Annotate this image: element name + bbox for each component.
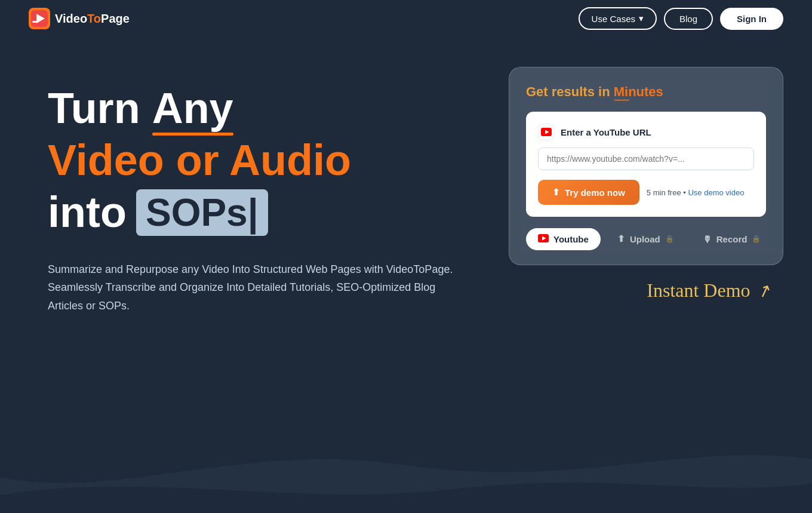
mic-icon: 🎙 (703, 234, 712, 244)
hero-sops: SOPs| (136, 189, 268, 236)
hero-line3: into SOPs| (48, 189, 454, 236)
svg-rect-3 (32, 21, 38, 23)
hero-any: Any (152, 85, 233, 132)
try-demo-button[interactable]: ⬆ Try demo now (538, 180, 639, 205)
upload-tab-icon: ⬆ (617, 234, 625, 244)
instant-demo-area: Instant Demo ↗ (509, 279, 783, 302)
source-tabs: Youtube ⬆ Upload 🔒 🎙 Record 🔒 (526, 228, 766, 250)
url-label: Enter a YouTube URL (538, 124, 754, 140)
url-section: Enter a YouTube URL ⬆ Try demo now 5 min… (526, 112, 766, 217)
nav-right: Use Cases ▾ Blog Sign In (579, 7, 783, 30)
logo: VideoToPage (29, 8, 130, 29)
hero-turn: Turn (48, 84, 140, 132)
conversion-card: Get results in Minutes Enter a YouTube U… (509, 67, 783, 265)
youtube-tab-icon (538, 234, 549, 244)
demo-arrow-icon: ↗ (755, 279, 774, 303)
use-demo-link[interactable]: Use demo video (688, 188, 744, 197)
wave-decoration (0, 406, 812, 513)
main-content: Turn Any Video or Audio into SOPs| Summa… (0, 37, 812, 315)
record-lock-icon: 🔒 (752, 235, 761, 243)
hero-left: Turn Any Video or Audio into SOPs| Summa… (48, 73, 454, 315)
logo-icon (29, 8, 50, 29)
youtube-icon (538, 124, 555, 140)
tab-upload[interactable]: ⬆ Upload 🔒 (605, 228, 686, 250)
hero-title: Turn Any Video or Audio into SOPs| (48, 85, 454, 236)
instant-demo-text: Instant Demo (647, 279, 750, 302)
hero-description: Summarize and Repurpose any Video Into S… (48, 260, 454, 315)
youtube-url-input[interactable] (538, 148, 754, 170)
upload-lock-icon: 🔒 (665, 235, 674, 243)
try-row: ⬆ Try demo now 5 min free • Use demo vid… (538, 180, 754, 205)
card-header: Get results in Minutes (526, 84, 766, 100)
upload-icon: ⬆ (552, 187, 560, 198)
use-cases-button[interactable]: Use Cases ▾ (579, 7, 657, 30)
hero-line2: Video or Audio (48, 137, 454, 184)
hero-into: into (48, 189, 127, 236)
blog-button[interactable]: Blog (664, 8, 713, 30)
tab-youtube[interactable]: Youtube (526, 228, 601, 250)
signin-button[interactable]: Sign In (720, 8, 783, 30)
trial-info: 5 min free • Use demo video (647, 188, 745, 197)
navbar: VideoToPage Use Cases ▾ Blog Sign In (0, 0, 812, 37)
chevron-down-icon: ▾ (639, 13, 644, 24)
tab-record[interactable]: 🎙 Record 🔒 (691, 228, 773, 250)
hero-card-area: Get results in Minutes Enter a YouTube U… (509, 67, 783, 302)
card-minutes: Minutes (614, 84, 663, 99)
logo-text: VideoToPage (55, 12, 130, 26)
